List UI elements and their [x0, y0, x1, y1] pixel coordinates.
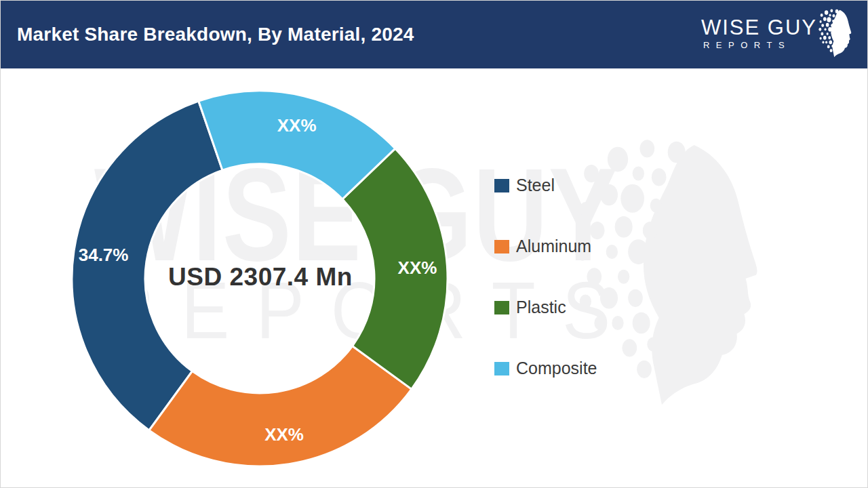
legend-swatch-aluminum	[494, 240, 509, 253]
brand-name: WISE GUY	[701, 16, 817, 39]
brand-logo: WISE GUY REPORTS	[701, 7, 858, 59]
header-bar: Market Share Breakdown, By Material, 202…	[1, 1, 867, 68]
legend-swatch-steel	[494, 179, 509, 192]
legend-label: Composite	[516, 360, 597, 377]
chart-center-value: USD 2307.4 Mn	[168, 263, 353, 291]
infographic-page: Market Share Breakdown, By Material, 202…	[0, 0, 868, 488]
slice-label-aluminum: XX%	[264, 424, 304, 445]
legend-item-plastic: Plastic	[494, 298, 597, 317]
slice-label-steel: 34.7%	[79, 245, 129, 265]
legend-label: Plastic	[516, 299, 566, 316]
legend-swatch-plastic	[494, 301, 509, 314]
legend-swatch-composite	[494, 362, 509, 375]
legend-label: Steel	[516, 177, 555, 194]
legend-label: Aluminum	[516, 238, 591, 255]
legend-item-aluminum: Aluminum	[494, 237, 597, 256]
brand-face-icon	[818, 7, 858, 59]
slice-label-plastic: XX%	[398, 258, 437, 278]
slice-label-composite: XX%	[277, 115, 317, 136]
watermark-face-icon	[574, 131, 794, 415]
legend-item-composite: Composite	[494, 359, 597, 378]
donut-segment-aluminum	[149, 346, 412, 467]
chart-legend: SteelAluminumPlasticComposite	[494, 176, 597, 420]
page-title: Market Share Breakdown, By Material, 202…	[17, 24, 414, 45]
brand-subtitle: REPORTS	[701, 40, 791, 50]
legend-item-steel: Steel	[494, 176, 597, 195]
brand-logo-text: WISE GUY REPORTS	[701, 16, 817, 50]
